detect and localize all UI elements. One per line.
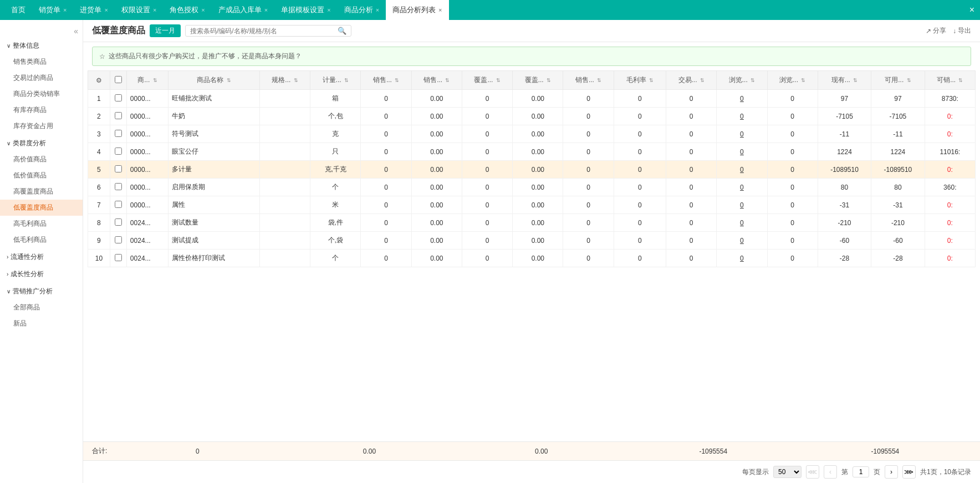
row-browse1[interactable]: 0 (717, 125, 767, 143)
close-icon[interactable]: × (438, 7, 442, 13)
row-checkbox[interactable] (110, 90, 126, 108)
row-select-checkbox[interactable] (115, 201, 122, 208)
row-browse1[interactable]: 0 (717, 196, 767, 214)
row-browse1[interactable]: 0 (717, 143, 767, 161)
name-column-header[interactable]: 商品名称 ⇅ (169, 71, 260, 90)
sidebar-section-header-overall[interactable]: ∨ 整体信息 (0, 38, 83, 54)
row-checkbox[interactable] (110, 125, 126, 143)
search-input[interactable] (190, 27, 338, 35)
row-checkbox[interactable] (110, 250, 126, 267)
trade-column-header[interactable]: 交易... ⇅ (666, 71, 717, 90)
row-select-checkbox[interactable] (115, 94, 122, 101)
sidebar-item-high-value[interactable]: 高价值商品 (0, 151, 83, 167)
sidebar-section-header-cluster[interactable]: ∨ 类群度分析 (0, 135, 83, 151)
first-page-button[interactable]: ⋘ (806, 465, 819, 479)
row-select-checkbox[interactable] (115, 236, 122, 243)
row-browse1[interactable]: 0 (717, 179, 767, 196)
row-name: 符号测试 (169, 125, 260, 143)
saleable-column-header[interactable]: 可销... ⇅ (925, 71, 975, 90)
row-select-checkbox[interactable] (115, 218, 122, 226)
sales-amt-column-header[interactable]: 销售... ⇅ (411, 71, 462, 90)
row-checkbox[interactable] (110, 179, 126, 196)
available-column-header[interactable]: 可用... ⇅ (871, 71, 925, 90)
sidebar-item-category-rate[interactable]: 商品分类动销率 (0, 86, 83, 102)
sidebar-item-sales-goods[interactable]: 销售类商品 (0, 54, 83, 70)
cover1-column-header[interactable]: 覆盖... ⇅ (462, 71, 512, 90)
per-page-select[interactable]: 50 20 100 (773, 466, 802, 478)
close-icon[interactable]: × (104, 7, 108, 13)
unit-column-header[interactable]: 计量... ⇅ (310, 71, 361, 90)
row-browse1[interactable]: 0 (717, 214, 767, 232)
close-icon[interactable]: × (327, 7, 330, 13)
sidebar-item-low-margin[interactable]: 低毛利商品 (0, 232, 83, 248)
nav-goods-analysis-list[interactable]: 商品分析列表 × (386, 0, 448, 20)
row-browse1[interactable]: 0 (717, 108, 767, 125)
close-icon[interactable]: × (153, 7, 156, 13)
sidebar-collapse-button[interactable]: « (74, 27, 78, 35)
browse2-column-header[interactable]: 浏览... ⇅ (767, 71, 818, 90)
nav-purchase-order[interactable]: 进货单 × (73, 0, 114, 20)
next-page-button[interactable]: › (885, 465, 898, 479)
sidebar-item-high-margin[interactable]: 高毛利商品 (0, 216, 83, 232)
code-column-header[interactable]: 商... ⇅ (126, 71, 168, 90)
row-select-checkbox[interactable] (115, 254, 122, 261)
search-box[interactable]: 🔍 (185, 25, 351, 37)
export-button[interactable]: ↓ 导出 (953, 26, 971, 35)
nav-goods-analysis[interactable]: 商品分析 × (338, 0, 386, 20)
row-browse1[interactable]: 0 (717, 232, 767, 250)
nav-template-settings[interactable]: 单据模板设置 × (274, 0, 337, 20)
row-browse1[interactable]: 0 (717, 250, 767, 267)
prev-page-button[interactable]: ‹ (824, 465, 837, 479)
sidebar-section-header-circulation[interactable]: › 流通性分析 (0, 249, 83, 265)
nav-sales-order[interactable]: 销货单 × (32, 0, 73, 20)
close-icon[interactable]: × (201, 7, 205, 13)
share-button[interactable]: ↗ 分享 (926, 26, 946, 35)
nav-role-auth[interactable]: 角色授权 × (163, 0, 211, 20)
row-select-checkbox[interactable] (115, 165, 122, 172)
row-checkbox[interactable] (110, 196, 126, 214)
current-column-header[interactable]: 现有... ⇅ (818, 71, 871, 90)
browse1-column-header[interactable]: 浏览... ⇅ (717, 71, 767, 90)
sidebar-item-low-value[interactable]: 低价值商品 (0, 167, 83, 184)
spec-column-header[interactable]: 规格... ⇅ (259, 71, 310, 90)
sidebar-item-in-stock[interactable]: 有库存商品 (0, 102, 83, 118)
margin-column-header[interactable]: 毛利率 ⇅ (614, 71, 666, 90)
row-margin: 0 (614, 108, 666, 125)
last-page-button[interactable]: ⋙ (902, 465, 916, 479)
sidebar-item-new-goods[interactable]: 新品 (0, 316, 83, 332)
nav-permission-settings[interactable]: 权限设置 × (115, 0, 163, 20)
settings-column-header[interactable]: ⚙ (88, 71, 110, 90)
row-code: 0024... (126, 214, 168, 232)
row-select-checkbox[interactable] (115, 183, 122, 190)
checkbox-column-header[interactable] (110, 71, 126, 90)
sidebar-item-high-coverage[interactable]: 高覆盖度商品 (0, 184, 83, 200)
page-input[interactable] (853, 466, 869, 477)
row-select-checkbox[interactable] (115, 112, 122, 119)
row-browse1[interactable]: 0 (717, 161, 767, 179)
row-select-checkbox[interactable] (115, 130, 122, 137)
row-browse1[interactable]: 0 (717, 90, 767, 108)
close-all-tabs-button[interactable]: × (969, 5, 974, 15)
sidebar-item-stock-capital[interactable]: 库存资金占用 (0, 118, 83, 134)
period-button[interactable]: 近一月 (150, 24, 181, 37)
close-icon[interactable]: × (63, 7, 67, 13)
sales3-column-header[interactable]: 销售... ⇅ (563, 71, 614, 90)
close-icon[interactable]: × (264, 7, 268, 13)
nav-home[interactable]: 首页 (4, 0, 32, 20)
nav-finished-goods[interactable]: 产成品入库单 × (212, 0, 274, 20)
sidebar-section-header-marketing[interactable]: ∨ 营销推广分析 (0, 283, 83, 299)
sidebar-item-traded-goods[interactable]: 交易过的商品 (0, 70, 83, 86)
row-select-checkbox[interactable] (115, 148, 122, 155)
row-checkbox[interactable] (110, 161, 126, 179)
select-all-checkbox[interactable] (115, 76, 122, 83)
sidebar-item-low-coverage[interactable]: 低覆盖度商品 (0, 200, 83, 216)
sales-qty-column-header[interactable]: 销售... ⇅ (361, 71, 411, 90)
row-checkbox[interactable] (110, 108, 126, 125)
close-icon[interactable]: × (376, 7, 379, 13)
row-checkbox[interactable] (110, 143, 126, 161)
cover2-column-header[interactable]: 覆盖... ⇅ (513, 71, 563, 90)
sidebar-section-header-growth[interactable]: › 成长性分析 (0, 266, 83, 282)
sidebar-item-all-goods[interactable]: 全部商品 (0, 299, 83, 316)
row-checkbox[interactable] (110, 232, 126, 250)
row-checkbox[interactable] (110, 214, 126, 232)
